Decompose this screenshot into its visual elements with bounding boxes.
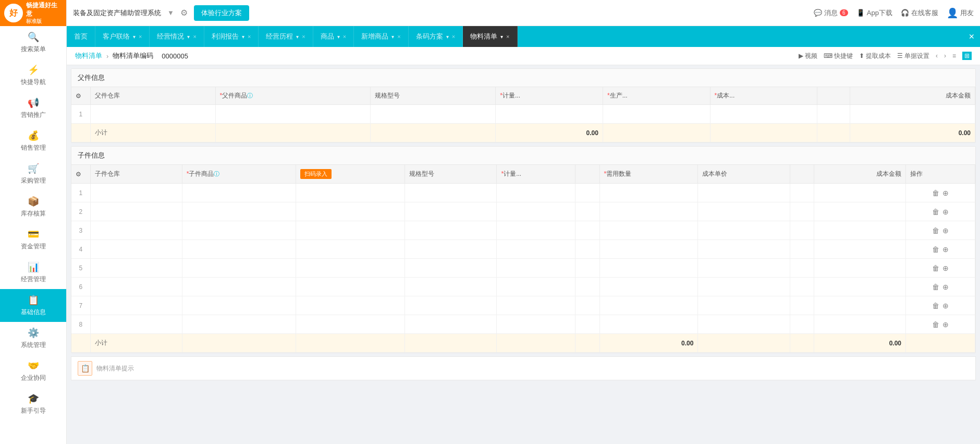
child-ucost-4[interactable] [698, 240, 790, 259]
child-unit-8[interactable] [497, 315, 575, 334]
sidebar-item-2[interactable]: 📢营销推广 [0, 92, 66, 125]
child-ucost-2[interactable] [698, 202, 790, 221]
child-warehouse-1[interactable] [90, 184, 182, 202]
navtab-5[interactable]: 商品▾× [313, 26, 354, 47]
navtab-arrow-7[interactable]: ▾ [446, 34, 449, 40]
navtab-4[interactable]: 经营历程▾× [259, 26, 313, 47]
child-qty-4[interactable] [599, 240, 698, 259]
copy-icon-3[interactable]: ⊕ [942, 226, 949, 235]
delete-icon-5[interactable]: 🗑 [932, 264, 939, 272]
message-action[interactable]: 💬 消息 6 [814, 8, 848, 18]
child-unit-6[interactable] [497, 278, 575, 296]
child-ucost-6[interactable] [698, 278, 790, 296]
child-product-3[interactable] [182, 221, 296, 240]
copy-icon-2[interactable]: ⊕ [942, 208, 949, 216]
child-warehouse-7[interactable] [90, 296, 182, 315]
sidebar-item-9[interactable]: ⚙️系统管理 [0, 322, 66, 355]
sidebar-item-4[interactable]: 🛒采购管理 [0, 158, 66, 190]
navtab-arrow-1[interactable]: ▾ [133, 34, 136, 40]
shortcut-btn[interactable]: ⌨ 快捷键 [824, 52, 853, 61]
child-warehouse-5[interactable] [90, 259, 182, 278]
video-btn[interactable]: ▶ 视频 [799, 52, 817, 61]
breadcrumb-parent[interactable]: 物料清单 [75, 51, 102, 61]
copy-icon-5[interactable]: ⊕ [942, 264, 949, 272]
child-product-5[interactable] [182, 259, 296, 278]
delete-icon-4[interactable]: 🗑 [932, 245, 939, 254]
user-action[interactable]: 👤 用友 [947, 7, 974, 19]
navtab-3[interactable]: 利润报告▾× [204, 26, 259, 47]
navtab-0[interactable]: 首页 [67, 26, 95, 47]
parent-spec-1[interactable] [371, 105, 496, 124]
parent-cost-1[interactable] [710, 105, 817, 124]
child-spec-5[interactable] [405, 259, 497, 278]
navtab-8[interactable]: 物料清单▾× [463, 26, 517, 47]
delete-icon-2[interactable]: 🗑 [932, 208, 939, 216]
copy-icon-8[interactable]: ⊕ [942, 320, 949, 329]
navtab-arrow-5[interactable]: ▾ [337, 34, 340, 40]
child-spec-1[interactable] [405, 184, 497, 202]
sidebar-item-11[interactable]: 🎓新手引导 [0, 388, 66, 421]
navtab-2[interactable]: 经营情况▾× [150, 26, 204, 47]
sidebar-item-10[interactable]: 🤝企业协同 [0, 355, 66, 388]
nav-expand[interactable]: ⊞ [962, 52, 972, 60]
nav-prev[interactable]: ‹ [936, 52, 938, 59]
navtab-close-6[interactable]: × [397, 33, 400, 40]
navtab-close-5[interactable]: × [343, 33, 346, 40]
delete-icon-1[interactable]: 🗑 [932, 189, 939, 197]
child-qty-7[interactable] [599, 296, 698, 315]
child-unit-5[interactable] [497, 259, 575, 278]
child-product-8[interactable] [182, 315, 296, 334]
settings-icon[interactable]: ⚙ [180, 8, 188, 18]
delete-icon-3[interactable]: 🗑 [932, 226, 939, 235]
navtab-1[interactable]: 客户联络▾× [95, 26, 150, 47]
child-spec-6[interactable] [405, 278, 497, 296]
scan-button[interactable]: 扫码录入 [300, 169, 332, 179]
child-spec-8[interactable] [405, 315, 497, 334]
navtab-close-7[interactable]: × [452, 33, 455, 40]
sidebar-item-7[interactable]: 📊经营管理 [0, 256, 66, 289]
single-settings-btn[interactable]: ☰ 单据设置 [897, 52, 929, 61]
copy-icon-7[interactable]: ⊕ [942, 302, 949, 310]
sidebar-item-0[interactable]: 🔍搜索菜单 [0, 26, 66, 59]
child-product-1[interactable] [182, 184, 296, 202]
child-product-7[interactable] [182, 296, 296, 315]
navtab-arrow-3[interactable]: ▾ [242, 34, 244, 40]
child-unit-2[interactable] [497, 202, 575, 221]
child-qty-8[interactable] [599, 315, 698, 334]
child-unit-4[interactable] [497, 240, 575, 259]
parent-warehouse-1[interactable] [90, 105, 215, 124]
copy-icon-1[interactable]: ⊕ [942, 189, 949, 197]
child-warehouse-4[interactable] [90, 240, 182, 259]
sidebar-item-1[interactable]: ⚡快捷导航 [0, 59, 66, 92]
child-spec-4[interactable] [405, 240, 497, 259]
child-qty-2[interactable] [599, 202, 698, 221]
child-unit-7[interactable] [497, 296, 575, 315]
child-warehouse-8[interactable] [90, 315, 182, 334]
child-ucost-1[interactable] [698, 184, 790, 202]
child-warehouse-3[interactable] [90, 221, 182, 240]
navtab-close-4[interactable]: × [302, 33, 305, 40]
child-product-2[interactable] [182, 202, 296, 221]
sidebar-item-5[interactable]: 📦库存核算 [0, 190, 66, 223]
nav-next[interactable]: › [944, 52, 946, 59]
sidebar-item-6[interactable]: 💳资金管理 [0, 223, 66, 256]
child-qty-5[interactable] [599, 259, 698, 278]
child-warehouse-2[interactable] [90, 202, 182, 221]
th-settings[interactable]: ⚙ [71, 87, 90, 105]
parent-product-1[interactable] [215, 105, 371, 124]
child-unit-1[interactable] [497, 184, 575, 202]
sidebar-item-8[interactable]: 📋基础信息 [0, 289, 66, 322]
app-download-action[interactable]: 📱 App下载 [856, 8, 892, 18]
sidebar-item-3[interactable]: 💰销售管理 [0, 125, 66, 158]
child-qty-3[interactable] [599, 221, 698, 240]
navtab-6[interactable]: 新增商品▾× [354, 26, 408, 47]
navtab-close-8[interactable]: × [506, 33, 509, 40]
child-unit-3[interactable] [497, 221, 575, 240]
child-qty-6[interactable] [599, 278, 698, 296]
child-product-4[interactable] [182, 240, 296, 259]
delete-icon-8[interactable]: 🗑 [932, 320, 939, 329]
navtab-arrow-2[interactable]: ▾ [187, 34, 190, 40]
try-button[interactable]: 体验行业方案 [194, 5, 249, 21]
close-all-tabs[interactable]: ✕ [963, 26, 980, 47]
child-ucost-8[interactable] [698, 315, 790, 334]
